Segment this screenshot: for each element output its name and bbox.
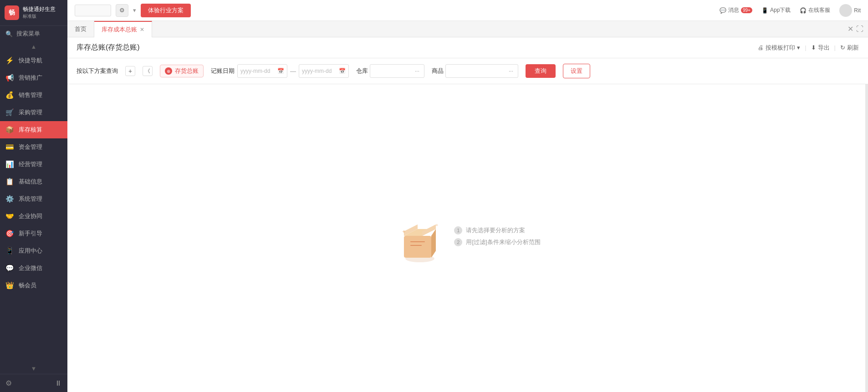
tip-num-2: 2 bbox=[454, 238, 462, 246]
settings-icon[interactable]: ⚙ bbox=[5, 379, 12, 387]
purchase-icon: 🛒 bbox=[5, 108, 14, 117]
svg-rect-1 bbox=[404, 236, 431, 258]
page-actions: 🖨 按模板打印 ▾ | ⬇ 导出 | ↻ 刷新 bbox=[758, 44, 859, 52]
page-container: 库存总账(存货总账) 🖨 按模板打印 ▾ | ⬇ 导出 | ↻ 刷新 bbox=[67, 37, 868, 392]
sidebar-bottom: ⚙ ⏸ bbox=[0, 374, 67, 392]
refresh-btn[interactable]: ↻ 刷新 bbox=[840, 44, 859, 52]
scheme-icon: ⊕ bbox=[165, 67, 172, 75]
sidebar-item-app-center[interactable]: 📱 应用中心 bbox=[0, 242, 67, 260]
scroll-down-btn[interactable]: ▼ bbox=[0, 363, 67, 374]
sidebar-item-marketing[interactable]: 📢 营销推广 bbox=[0, 69, 67, 87]
app-name: 畅捷通好生意 bbox=[23, 6, 56, 13]
expand-view-btn[interactable]: ⛶ bbox=[856, 25, 863, 33]
refresh-icon: ↻ bbox=[840, 44, 845, 51]
date-start-input[interactable]: yyyy-mm-dd 📅 bbox=[237, 64, 287, 78]
printer-icon: 🖨 bbox=[758, 44, 764, 51]
date-label: 记账日期 bbox=[211, 67, 235, 75]
scroll-up-btn[interactable]: ▲ bbox=[0, 41, 67, 52]
header-settings-btn[interactable]: ⚙ bbox=[116, 4, 128, 17]
print-btn[interactable]: 🖨 按模板打印 ▾ bbox=[758, 44, 800, 52]
finance-icon: 💳 bbox=[5, 143, 14, 151]
warehouse-filter: 仓库 ··· bbox=[356, 64, 424, 78]
divider: | bbox=[805, 44, 806, 51]
warehouse-label: 仓库 bbox=[356, 67, 368, 75]
sidebar-item-inventory[interactable]: 📦 库存核算 bbox=[0, 121, 67, 138]
warehouse-input[interactable]: ··· bbox=[370, 64, 424, 78]
sidebar-item-cooperation[interactable]: 🤝 企业协同 bbox=[0, 208, 67, 225]
close-all-tabs-btn[interactable]: ✕ bbox=[848, 25, 853, 33]
sidebar-item-basic-info[interactable]: 📋 基础信息 bbox=[0, 173, 67, 190]
sidebar-item-sales[interactable]: 💰 销售管理 bbox=[0, 87, 67, 104]
date-separator: — bbox=[290, 68, 296, 75]
search-icon: 🔍 bbox=[5, 31, 13, 37]
main-area: ⚙ ▾ 体验行业方案 💬 消息 99+ 📱 App下载 🎧 在线客服 Rit bbox=[67, 0, 868, 392]
member-icon: 👑 bbox=[5, 281, 14, 290]
page-header: 库存总账(存货总账) 🖨 按模板打印 ▾ | ⬇ 导出 | ↻ 刷新 bbox=[67, 37, 868, 58]
breadcrumb-input[interactable] bbox=[75, 5, 111, 16]
page-title: 库存总账(存货总账) bbox=[77, 43, 140, 52]
empty-svg: ✦ ✦ bbox=[395, 215, 445, 265]
divider2: | bbox=[834, 44, 836, 51]
sidebar-item-guide[interactable]: 🎯 新手引导 bbox=[0, 225, 67, 242]
settings-panel-btn[interactable]: 设置 bbox=[563, 64, 590, 78]
right-panel-handle[interactable] bbox=[865, 84, 868, 392]
sidebar: 畅 畅捷通好生意 标准版 🔍 搜索菜单 ▲ ⚡ 快捷导航 📢 营销推广 💰 销售… bbox=[0, 0, 67, 392]
tab-home[interactable]: 首页 bbox=[67, 21, 94, 37]
quick-nav-icon: ⚡ bbox=[5, 56, 14, 65]
product-more-icon[interactable]: ··· bbox=[507, 68, 515, 74]
cooperation-icon: 🤝 bbox=[5, 212, 14, 220]
content-area: ✦ ✦ 1 请先选择要分析的方案 2 用[过滤]条件来缩小分析范围 bbox=[67, 84, 868, 392]
product-filter: 商品 ··· bbox=[432, 64, 518, 78]
sidebar-item-member[interactable]: 👑 畅会员 bbox=[0, 277, 67, 294]
operation-icon: 📊 bbox=[5, 160, 14, 168]
calendar-icon: 📅 bbox=[277, 68, 284, 74]
marketing-icon: 📢 bbox=[5, 74, 14, 82]
inventory-icon: 📦 bbox=[5, 126, 14, 134]
online-support-action[interactable]: 🎧 在线客服 bbox=[800, 6, 830, 14]
chevron-down-icon: ▼ bbox=[31, 365, 37, 372]
search-btn[interactable]: 查询 bbox=[526, 64, 556, 78]
empty-state: ✦ ✦ 1 请先选择要分析的方案 2 用[过滤]条件来缩小分析范围 bbox=[395, 215, 540, 261]
tab-inventory-cost[interactable]: 库存成本总账 ✕ bbox=[94, 21, 152, 37]
warehouse-more-icon[interactable]: ··· bbox=[413, 68, 421, 74]
message-badge: 99+ bbox=[741, 7, 752, 13]
sidebar-item-purchase[interactable]: 🛒 采购管理 bbox=[0, 104, 67, 121]
guide-icon: 🎯 bbox=[5, 229, 14, 238]
app-logo: 畅 畅捷通好生意 标准版 bbox=[0, 0, 67, 26]
search-menu[interactable]: 🔍 搜索菜单 bbox=[0, 26, 67, 41]
filter-label: 按以下方案查询 bbox=[77, 67, 118, 75]
tip-num-1: 1 bbox=[454, 226, 462, 234]
calendar-icon-2: 📅 bbox=[339, 68, 346, 74]
product-input[interactable]: ··· bbox=[445, 64, 518, 78]
filter-add-btn[interactable]: + bbox=[125, 66, 135, 76]
user-profile[interactable]: Rit bbox=[839, 4, 861, 17]
app-download-action[interactable]: 📱 App下载 bbox=[761, 6, 791, 14]
filter-collapse-btn[interactable]: 《 bbox=[143, 66, 153, 76]
app-version: 标准版 bbox=[23, 13, 56, 20]
filter-scheme[interactable]: ⊕ 存货总账 bbox=[160, 65, 204, 77]
message-action[interactable]: 💬 消息 99+ bbox=[720, 6, 752, 14]
sidebar-item-operation[interactable]: 📊 经营管理 bbox=[0, 156, 67, 173]
industry-btn[interactable]: 体验行业方案 bbox=[141, 4, 191, 17]
system-icon: ⚙️ bbox=[5, 195, 14, 203]
sidebar-item-wechat[interactable]: 💬 企业微信 bbox=[0, 260, 67, 277]
svg-marker-3 bbox=[431, 229, 436, 258]
empty-tips: 1 请先选择要分析的方案 2 用[过滤]条件来缩小分析范围 bbox=[454, 226, 540, 250]
empty-tip-1: 1 请先选择要分析的方案 bbox=[454, 226, 540, 234]
collapse-icon[interactable]: ⏸ bbox=[55, 379, 62, 387]
sidebar-nav: ⚡ 快捷导航 📢 营销推广 💰 销售管理 🛒 采购管理 📦 库存核算 💳 资金管… bbox=[0, 52, 67, 363]
export-btn[interactable]: ⬇ 导出 bbox=[811, 44, 830, 52]
top-header: ⚙ ▾ 体验行业方案 💬 消息 99+ 📱 App下载 🎧 在线客服 Rit bbox=[67, 0, 868, 21]
svg-text:✦: ✦ bbox=[435, 223, 439, 228]
header-left: ⚙ ▾ 体验行业方案 bbox=[75, 4, 191, 17]
tab-close-btn[interactable]: ✕ bbox=[140, 26, 144, 33]
sales-icon: 💰 bbox=[5, 91, 14, 99]
empty-tip-2: 2 用[过滤]条件来缩小分析范围 bbox=[454, 238, 540, 246]
sidebar-item-quick-nav[interactable]: ⚡ 快捷导航 bbox=[0, 52, 67, 69]
chevron-down-icon[interactable]: ▾ bbox=[133, 7, 136, 14]
header-right: 💬 消息 99+ 📱 App下载 🎧 在线客服 Rit bbox=[720, 4, 861, 17]
sidebar-item-finance[interactable]: 💳 资金管理 bbox=[0, 138, 67, 156]
sidebar-item-system[interactable]: ⚙️ 系统管理 bbox=[0, 190, 67, 208]
date-end-input[interactable]: yyyy-mm-dd 📅 bbox=[299, 64, 349, 78]
message-icon: 💬 bbox=[720, 7, 726, 14]
